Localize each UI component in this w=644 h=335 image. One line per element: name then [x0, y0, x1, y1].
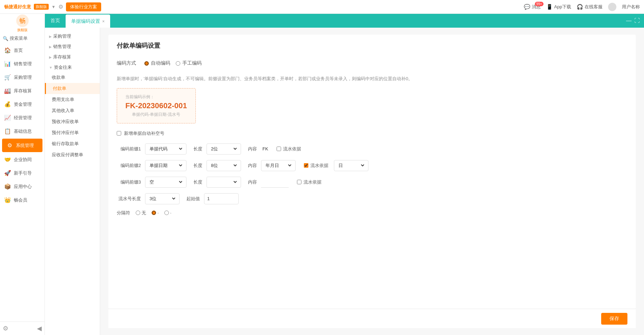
serial3-checkbox-label[interactable]: 流水依据: [297, 179, 321, 185]
submenu-group-inventory[interactable]: ▶ 库存核算: [45, 51, 100, 62]
submenu-advance-pay[interactable]: 预付冲应付单: [45, 127, 100, 138]
length1-select[interactable]: 2位: [206, 143, 241, 155]
sidebar-item-purchase[interactable]: 🛒 采购管理: [0, 71, 45, 84]
serial2-unit-select-input[interactable]: 日: [337, 162, 365, 168]
sep-dot-radio[interactable]: [164, 211, 169, 215]
submenu-group-capital[interactable]: ▼ 资金往来: [45, 62, 100, 72]
nav-sales-label: 销售管理: [14, 61, 32, 67]
save-button[interactable]: 保存: [601, 313, 627, 325]
tab-home[interactable]: 首页: [45, 14, 66, 28]
content2-select[interactable]: 年月日: [261, 160, 296, 171]
submenu-capital-children: 收款单 付款单 费用支出单 其他收入单 预收冲应收单 预付冲应付单 银行存取款单…: [45, 72, 100, 160]
start-value-input[interactable]: [204, 193, 239, 204]
arrow-right-icon: ▶: [49, 55, 52, 59]
member-icon: 👑: [4, 197, 11, 203]
encoding-radio-group: 自动编码 手工编码: [144, 60, 202, 66]
sales-icon: 📊: [4, 61, 11, 67]
sep-none-option[interactable]: 无: [136, 210, 146, 216]
submenu-expense[interactable]: 费用支出单: [45, 94, 100, 105]
sidebar-item-home[interactable]: 🏠 首页: [0, 44, 45, 57]
length3-select-input[interactable]: [210, 179, 238, 185]
sep-dot-label: ·: [170, 210, 172, 215]
auto-encode-option[interactable]: 自动编码: [144, 60, 170, 66]
sep-dash-option[interactable]: ·: [152, 210, 159, 215]
manual-encode-option[interactable]: 手工编码: [176, 60, 202, 66]
submenu-advance-recv[interactable]: 预收冲应收单: [45, 116, 100, 127]
submenu-group-sales[interactable]: ▶ 销售管理: [45, 41, 100, 51]
prefix1-select-input[interactable]: 单据代码: [148, 146, 183, 152]
submenu-bank[interactable]: 银行存取款单: [45, 138, 100, 149]
tab-encode-settings[interactable]: 单据编码设置 ×: [66, 15, 110, 28]
sidebar-item-app-center[interactable]: 📦 应用中心: [0, 180, 45, 193]
prefix3-select-input[interactable]: 空: [148, 179, 183, 185]
search-menu-btn[interactable]: 🔍 搜索菜单: [0, 33, 45, 44]
nav-home-label: 首页: [14, 47, 23, 54]
user-name[interactable]: 用户名称: [622, 4, 640, 10]
sep-dash-radio[interactable]: [152, 211, 156, 215]
message-area[interactable]: 💬 消息 99+: [524, 4, 541, 10]
dropdown-arrow-icon[interactable]: ▼: [51, 4, 56, 9]
sidebar-item-basic-info[interactable]: 📋 基础信息: [0, 124, 45, 138]
serial-length-select[interactable]: 3位: [145, 193, 180, 204]
sidebar-item-enterprise[interactable]: 🤝 企业协同: [0, 153, 45, 166]
gear-icon[interactable]: ⚙: [58, 3, 63, 10]
submenu-adjust[interactable]: 应收应付调整单: [45, 149, 100, 160]
separator-label: 分隔符: [117, 210, 130, 216]
prefix3-select[interactable]: 空: [145, 177, 186, 188]
nav-member-label: 畅会员: [14, 197, 27, 203]
sep-dot-option[interactable]: ·: [164, 210, 172, 215]
length2-select-input[interactable]: 8位: [210, 162, 238, 168]
avatar[interactable]: [608, 3, 616, 11]
settings-icon[interactable]: ⚙: [3, 325, 8, 332]
content3-value: [261, 177, 289, 188]
serial1-checkbox-label[interactable]: 流水依据: [277, 146, 301, 152]
prefix1-select[interactable]: 单据代码: [145, 143, 186, 155]
submenu-payment[interactable]: 付款单: [45, 83, 100, 94]
tab-close-icon[interactable]: ×: [102, 19, 105, 24]
sep-none-radio[interactable]: [136, 211, 140, 215]
collapse-icon[interactable]: ◀: [37, 325, 42, 332]
content2-select-input[interactable]: 年月日: [264, 162, 292, 168]
sidebar-item-inventory[interactable]: 🏭 库存核算: [0, 84, 45, 97]
sidebar-item-operations[interactable]: 📈 经营管理: [0, 111, 45, 124]
sidebar-item-capital[interactable]: 💰 资金管理: [0, 97, 45, 111]
company-name: 畅捷通好生意: [4, 4, 31, 10]
online-service-area[interactable]: 🎧 在线客服: [577, 4, 603, 10]
sidebar-item-guide[interactable]: 🚀 新手引导: [0, 166, 45, 180]
submenu-receipt[interactable]: 收款单: [45, 72, 100, 83]
content1-value: FK: [262, 146, 268, 151]
submenu-group-purchase[interactable]: ▶ 采购管理: [45, 30, 100, 41]
nav-basic-info-label: 基础信息: [14, 128, 32, 134]
tab-minimize-icon[interactable]: —: [626, 18, 632, 24]
sep-none-label: 无: [142, 210, 146, 216]
serial-length-select-input[interactable]: 3位: [148, 196, 176, 202]
serial3-checkbox[interactable]: [297, 180, 301, 184]
serial2-checkbox-label[interactable]: 流水依据: [304, 162, 328, 169]
sidebar-nav: 🏠 首页 📊 销售管理 🛒 采购管理 🏭 库存核算 💰 资金管理 📈 经: [0, 44, 45, 322]
auto-fill-checkbox[interactable]: [117, 131, 121, 136]
serial2-unit-select[interactable]: 日: [334, 160, 368, 171]
trial-button[interactable]: 体验行业方案: [66, 2, 101, 11]
serial1-label: 流水依据: [283, 146, 301, 152]
manual-encode-radio[interactable]: [176, 61, 180, 66]
submenu-other-income[interactable]: 其他收入单: [45, 105, 100, 116]
tab-maximize-icon[interactable]: ⛶: [634, 18, 640, 24]
prefix2-select-input[interactable]: 单据日期: [148, 162, 183, 168]
sub-menu: ▶ 采购管理 ▶ 销售管理 ▶ 库存核算 ▼ 资金往来 收款单 付款单: [45, 28, 100, 335]
content2-label: 内容: [248, 162, 257, 169]
prefix2-select[interactable]: 单据日期: [145, 160, 186, 171]
auto-encode-radio[interactable]: [144, 61, 149, 66]
serial2-checkbox[interactable]: [304, 163, 308, 168]
length1-select-input[interactable]: 2位: [210, 146, 238, 152]
tab-encode-label: 单据编码设置: [71, 18, 100, 25]
page-title: 付款单编码设置: [117, 41, 627, 50]
length3-select[interactable]: [206, 177, 241, 188]
sidebar-item-sales[interactable]: 📊 销售管理: [0, 57, 45, 71]
bottom-bar: 保存: [108, 309, 636, 328]
sidebar-item-system[interactable]: ⚙ 系统管理: [2, 139, 42, 152]
serial1-checkbox[interactable]: [277, 147, 281, 151]
form-card: 付款单编码设置 编码方式 自动编码 手工编码: [108, 35, 636, 309]
length2-select[interactable]: 8位: [206, 160, 241, 171]
app-download-area[interactable]: 📱 App下载: [546, 4, 571, 10]
sidebar-item-member[interactable]: 👑 畅会员: [0, 193, 45, 207]
